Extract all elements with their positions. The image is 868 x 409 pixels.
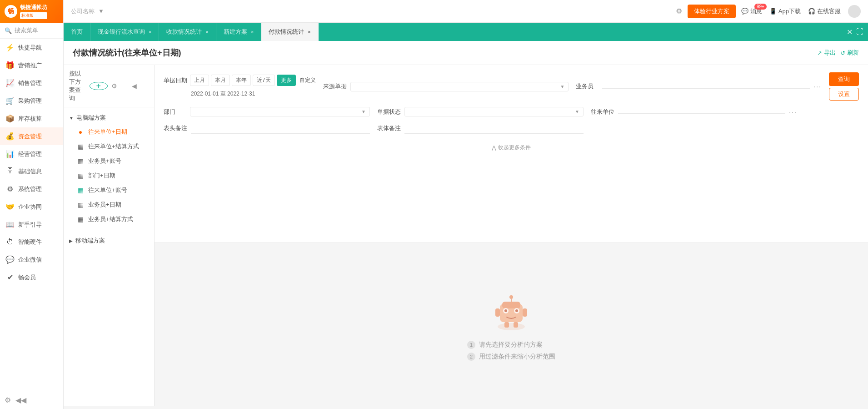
sidebar-item-enterprise[interactable]: 🤝 企业协同 bbox=[0, 198, 63, 216]
scheme-item-icon: ▦ bbox=[76, 172, 85, 179]
sidebar-item-inventory[interactable]: 📦 库存核算 bbox=[0, 110, 63, 127]
header-note-label: 表头备注 bbox=[164, 124, 187, 132]
scheme-item-dept-date[interactable]: ▦ 部门+日期 bbox=[64, 168, 154, 183]
unit-more-btn[interactable]: ··· bbox=[789, 108, 797, 116]
collapse-btn[interactable]: ⋀ 收起更多条件 bbox=[164, 140, 859, 155]
sidebar-item-label: 销售管理 bbox=[18, 79, 42, 87]
logo-badge: 标准版 bbox=[20, 12, 47, 19]
date-more[interactable]: 更多 bbox=[277, 75, 296, 86]
expand-tabs-icon[interactable]: ⛶ bbox=[856, 28, 863, 36]
tab-close-icon[interactable]: × bbox=[251, 29, 254, 35]
result-area: 1 请先选择要分析的方案 2 用过滤条件来缩小分析范围 bbox=[155, 243, 868, 406]
date-this-year[interactable]: 本年 bbox=[232, 75, 251, 86]
scheme-collapse-icon[interactable]: ◀ bbox=[132, 82, 149, 90]
tab-new-scheme[interactable]: 新建方案 × bbox=[216, 23, 261, 41]
filter-settings-btn[interactable]: 设置 bbox=[829, 88, 859, 101]
tab-home[interactable]: 首页 bbox=[64, 23, 90, 41]
svg-rect-10 bbox=[514, 322, 518, 328]
sidebar-item-wechat[interactable]: 💬 企业微信 bbox=[0, 251, 63, 268]
message-btn[interactable]: 💬 消息 99+ bbox=[741, 7, 762, 15]
sidebar-item-label: 库存核算 bbox=[18, 115, 42, 123]
company-selector[interactable]: 公司名称 ▼ bbox=[71, 7, 670, 15]
export-icon: ↗ bbox=[817, 50, 822, 56]
sidebar-item-hardware[interactable]: ⏱ 智能硬件 bbox=[0, 233, 63, 251]
online-service-label: 在线客服 bbox=[817, 7, 841, 15]
scheme-item-staff-account[interactable]: ▦ 业务员+账号 bbox=[64, 154, 154, 168]
collapse-icon: ⋀ bbox=[492, 145, 496, 151]
sidebar-item-label: 基础信息 bbox=[18, 167, 42, 176]
svg-point-0 bbox=[498, 323, 525, 330]
mobile-scheme-group: ▶ 移动端方案 bbox=[64, 230, 154, 251]
app-download-btn[interactable]: 📱 App下载 bbox=[769, 7, 801, 15]
sidebar-item-operations[interactable]: 📊 经营管理 bbox=[0, 145, 63, 163]
mobile-group-arrow: ▶ bbox=[69, 238, 73, 243]
date-range-input[interactable] bbox=[189, 90, 271, 98]
sidebar-item-quick-nav[interactable]: ⚡ 快捷导航 bbox=[0, 39, 63, 56]
topbar-settings-icon[interactable]: ⚙ bbox=[676, 7, 682, 15]
sidebar-item-base-info[interactable]: 🗄 基础信息 bbox=[0, 163, 63, 180]
scheme-item-label: 业务员+账号 bbox=[88, 157, 121, 165]
doc-status-label: 单据状态 bbox=[377, 108, 401, 116]
date-quick-btns: 上月 本月 本年 近7天 更多 自定义 bbox=[190, 75, 316, 86]
company-dropdown-icon[interactable]: ▼ bbox=[98, 8, 104, 15]
custom-label: 自定义 bbox=[299, 76, 316, 84]
collapse-sidebar-icon[interactable]: ◀◀ bbox=[15, 396, 26, 404]
online-service-btn[interactable]: 🎧 在线客服 bbox=[808, 7, 841, 15]
tab-close-icon[interactable]: × bbox=[149, 29, 151, 35]
doc-status-filter: 单据状态 ▼ bbox=[377, 107, 584, 116]
sidebar-item-member[interactable]: ✔ 畅会员 bbox=[0, 268, 63, 286]
search-icon: 🔍 bbox=[5, 27, 12, 34]
logo-text: 畅捷通帐坊 标准版 bbox=[20, 4, 47, 19]
sidebar-item-finance[interactable]: 💰 资金管理 bbox=[0, 127, 63, 145]
trial-btn[interactable]: 体验行业方案 bbox=[688, 5, 736, 18]
query-btn[interactable]: 查询 bbox=[829, 72, 859, 86]
scheme-item-label: 往来单位+结算方式 bbox=[88, 142, 139, 151]
refresh-icon: ↺ bbox=[840, 50, 845, 56]
tab-payment-stat[interactable]: 付款情况统计 × bbox=[261, 23, 318, 41]
scheme-item-unit-settle[interactable]: ▦ 往来单位+结算方式 bbox=[64, 139, 154, 154]
sidebar-item-marketing[interactable]: 🎁 营销推广 bbox=[0, 56, 63, 74]
member-icon: ✔ bbox=[5, 273, 15, 282]
avatar[interactable] bbox=[848, 5, 861, 18]
tab-bank-flow[interactable]: 现金银行流水查询 × bbox=[90, 23, 159, 41]
date-last-month[interactable]: 上月 bbox=[190, 75, 209, 86]
scheme-item-icon: ▦ bbox=[76, 157, 85, 165]
sales-icon: 📈 bbox=[5, 79, 15, 87]
scheme-item-icon: ▦ bbox=[76, 143, 85, 150]
add-scheme-icon[interactable]: + bbox=[90, 82, 107, 90]
pc-scheme-group-title[interactable]: ▼ 电脑端方案 bbox=[64, 111, 154, 125]
tab-receivable[interactable]: 收款情况统计 × bbox=[159, 23, 216, 41]
scheme-item-unit-date[interactable]: ● 往来单位+日期 bbox=[64, 125, 154, 139]
svg-point-6 bbox=[515, 309, 518, 312]
tab-label: 付款情况统计 bbox=[269, 28, 304, 36]
scheme-item-staff-settle[interactable]: ▦ 业务员+结算方式 bbox=[64, 212, 154, 227]
close-all-tabs-icon[interactable]: ✕ bbox=[847, 28, 853, 36]
scheme-item-staff-date[interactable]: ▦ 业务员+日期 bbox=[64, 197, 154, 212]
doc-status-select[interactable]: ▼ bbox=[404, 107, 584, 116]
sidebar-item-sales[interactable]: 📈 销售管理 bbox=[0, 74, 63, 92]
scheme-item-label: 业务员+日期 bbox=[88, 201, 121, 209]
search-menu[interactable]: 🔍 搜索菜单 bbox=[0, 23, 63, 39]
date-7days[interactable]: 近7天 bbox=[253, 75, 275, 86]
tab-close-icon[interactable]: × bbox=[308, 29, 310, 35]
tab-label: 新建方案 bbox=[224, 28, 247, 36]
dept-select[interactable]: ▼ bbox=[190, 107, 370, 116]
scheme-item-label: 部门+日期 bbox=[88, 172, 115, 180]
header-note-input[interactable] bbox=[191, 123, 370, 134]
mobile-scheme-group-title[interactable]: ▶ 移动端方案 bbox=[64, 234, 154, 247]
refresh-btn[interactable]: ↺ 刷新 bbox=[840, 49, 859, 57]
scheme-settings-icon[interactable]: ⚙ bbox=[111, 82, 128, 90]
sidebar-item-guide[interactable]: 📖 新手引导 bbox=[0, 216, 63, 233]
sidebar-item-system[interactable]: ⚙ 系统管理 bbox=[0, 180, 63, 198]
svg-rect-8 bbox=[523, 308, 527, 317]
source-select[interactable]: ▼ bbox=[350, 82, 569, 91]
date-this-month[interactable]: 本月 bbox=[211, 75, 230, 86]
sidebar-item-purchase[interactable]: 🛒 采购管理 bbox=[0, 92, 63, 110]
refresh-label: 刷新 bbox=[847, 49, 859, 57]
settings-bottom-icon[interactable]: ⚙ bbox=[5, 396, 11, 404]
scheme-item-unit-account[interactable]: ▦ 往来单位+账号 bbox=[64, 183, 154, 197]
body-note-input[interactable] bbox=[404, 123, 584, 134]
tab-close-icon[interactable]: × bbox=[205, 29, 208, 35]
export-btn[interactable]: ↗ 导出 bbox=[817, 49, 836, 57]
staff-more-btn[interactable]: ··· bbox=[813, 83, 822, 90]
